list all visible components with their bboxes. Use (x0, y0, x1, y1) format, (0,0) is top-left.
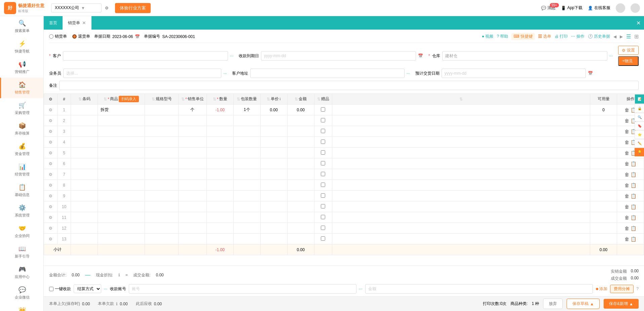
td-amount-8[interactable] (287, 191, 314, 201)
discount-info-icon[interactable]: ℹ (118, 273, 120, 277)
delete-row-6[interactable]: 🗑 (624, 172, 629, 177)
td-barcode-12[interactable] (71, 234, 98, 244)
gift-checkbox-7[interactable] (321, 183, 325, 187)
radio-return[interactable]: 退货单 (72, 34, 90, 39)
td-remark-6[interactable] (332, 169, 590, 180)
copy-row-8[interactable]: 📋 (631, 193, 636, 199)
delete-row-11[interactable]: 🗑 (624, 226, 629, 231)
th-settings[interactable]: ⚙ (44, 94, 58, 105)
td-qty-12[interactable] (206, 234, 233, 244)
td-product-5[interactable] (98, 158, 145, 169)
td-price-8[interactable] (260, 191, 287, 201)
td-spec-4[interactable] (145, 148, 179, 158)
copy-row-5[interactable]: 📋 (631, 161, 636, 166)
td-price-4[interactable] (260, 148, 287, 158)
td-pkgqty-5[interactable] (233, 158, 260, 169)
td-price-9[interactable] (260, 201, 287, 212)
td-settings-8[interactable]: ⚙ (44, 191, 58, 201)
td-amount-12[interactable] (287, 234, 314, 244)
td-amount-5[interactable] (287, 158, 314, 169)
td-barcode-8[interactable] (71, 191, 98, 201)
td-unit-8[interactable] (179, 191, 207, 201)
sidebar-item-operations[interactable]: 📊 经营管理 (0, 160, 43, 180)
sort-barcode-icon[interactable]: ⇅ (78, 97, 82, 102)
customer-input[interactable] (63, 51, 228, 61)
sidebar-item-sales[interactable]: 🏠 销售管理 (0, 78, 43, 98)
one-click-payment-check[interactable]: 一键收款 (49, 286, 71, 292)
gift-checkbox-12[interactable] (321, 236, 325, 241)
history-link[interactable]: 🕐 历史单据 (588, 34, 610, 39)
sidebar-item-wechat[interactable]: 💬 企业微信 (0, 283, 43, 303)
td-settings-4[interactable]: ⚙ (44, 148, 58, 158)
account-more-icon[interactable]: ··· (359, 286, 363, 291)
delete-row-10[interactable]: 🗑 (624, 215, 629, 220)
gift-checkbox-11[interactable] (321, 226, 325, 230)
td-product-3[interactable] (98, 137, 145, 148)
gift-checkbox-9[interactable] (321, 204, 325, 208)
total-due-info[interactable]: ℹ (116, 302, 118, 306)
scan-button[interactable]: 扫码录入 (119, 96, 139, 102)
gift-checkbox-8[interactable] (321, 193, 325, 198)
td-qty-3[interactable] (206, 137, 233, 148)
shortcut-link[interactable]: ⌨ 快捷键 (512, 33, 534, 40)
copy-row-7[interactable]: 📋 (631, 183, 636, 188)
copy-row-10[interactable]: 📋 (631, 215, 636, 220)
price-info-icon[interactable]: ℹ (279, 97, 281, 101)
company-selector[interactable]: XXXXXX公司 ▼ (51, 3, 102, 12)
list-view-icon[interactable]: ☰ (626, 33, 631, 40)
td-spec-1[interactable] (145, 115, 179, 126)
td-unit-4[interactable] (179, 148, 207, 158)
td-amount-7[interactable] (287, 180, 314, 191)
online-service-button[interactable]: 👤 在线客服 (588, 5, 610, 11)
td-gift-0[interactable] (314, 105, 332, 115)
delete-row-0[interactable]: 🗑 (624, 107, 629, 113)
td-settings-0[interactable]: ⚙ (44, 105, 58, 115)
td-barcode-9[interactable] (71, 201, 98, 212)
copy-row-6[interactable]: 📋 (631, 172, 636, 177)
td-spec-6[interactable] (145, 169, 179, 180)
td-product-1[interactable] (98, 115, 145, 126)
gift-checkbox-0[interactable] (321, 107, 325, 112)
td-gift-2[interactable] (314, 126, 332, 137)
td-amount-11[interactable] (287, 223, 314, 234)
save-draft-button[interactable]: 保存草稿 ▲ (567, 299, 600, 309)
td-gift-11[interactable] (314, 223, 332, 234)
td-barcode-5[interactable] (71, 158, 98, 169)
save-new-button[interactable]: 保存&新增 ▲ (604, 299, 639, 309)
rpb-bookmark[interactable]: 🔖 (635, 122, 644, 130)
td-settings-7[interactable]: ⚙ (44, 180, 58, 191)
td-spec-8[interactable] (145, 191, 179, 201)
sidebar-item-marketing[interactable]: 📢 营销推广 (0, 57, 43, 78)
rpb-lock[interactable]: 🔒 (635, 104, 644, 113)
td-unit-12[interactable] (179, 234, 207, 244)
messages-button[interactable]: 💬 消息 99+ (541, 5, 556, 11)
customer-more-icon[interactable]: ··· (230, 53, 233, 58)
td-settings-5[interactable]: ⚙ (44, 158, 58, 169)
video-link[interactable]: ● 视频 (482, 34, 494, 39)
td-remark-10[interactable] (332, 212, 590, 223)
td-barcode-10[interactable] (71, 212, 98, 223)
delete-row-3[interactable]: 🗑 (624, 140, 629, 145)
td-barcode-0[interactable] (71, 105, 98, 115)
rpb-edit[interactable]: ✏️ (635, 139, 644, 148)
tab-home[interactable]: 首页 (44, 16, 63, 30)
td-remark-0[interactable] (332, 105, 590, 115)
radio-sales-input[interactable] (49, 34, 53, 39)
td-settings-6[interactable]: ⚙ (44, 169, 58, 180)
settlement-select[interactable]: 结算方式 (74, 284, 101, 293)
sort-pkgqty-icon[interactable]: ⇅ (237, 97, 240, 102)
td-price-1[interactable] (260, 115, 287, 126)
td-unit-5[interactable] (179, 158, 207, 169)
td-spec-2[interactable] (145, 126, 179, 137)
radio-return-input[interactable] (72, 34, 77, 39)
tab-sales-order[interactable]: 销货单 ✕ (63, 16, 91, 30)
td-gift-5[interactable] (314, 158, 332, 169)
td-product-8[interactable] (98, 191, 145, 201)
customer-addr-more-icon[interactable]: ··· (407, 71, 410, 76)
td-remark-8[interactable] (332, 191, 590, 201)
td-remark-1[interactable] (332, 115, 590, 126)
customer-addr-input[interactable] (250, 69, 404, 78)
td-unit-3[interactable] (179, 137, 207, 148)
td-settings-11[interactable]: ⚙ (44, 223, 58, 234)
td-qty-8[interactable] (206, 191, 233, 201)
